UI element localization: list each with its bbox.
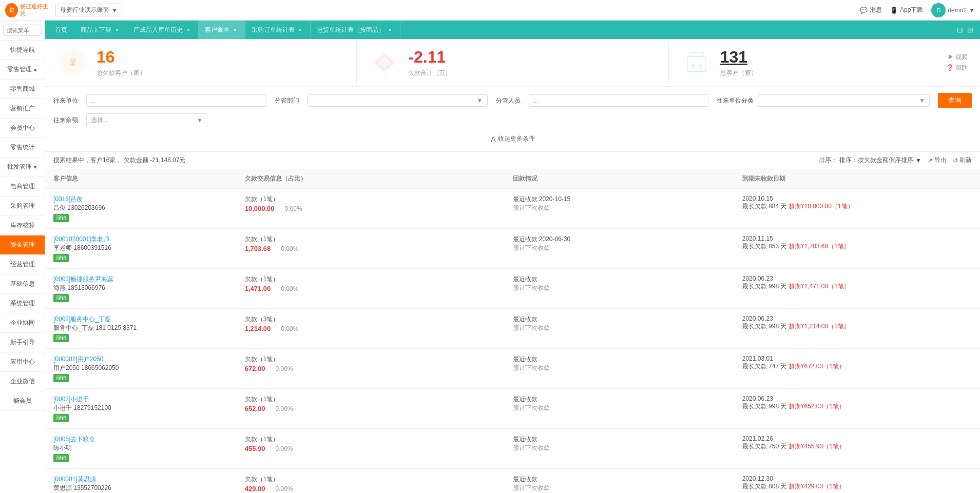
tab-purchase-order[interactable]: 采购订单统计表 ×: [245, 21, 311, 39]
due-days-2: 最长欠款 998 天: [742, 283, 787, 290]
tabs-maximize[interactable]: ⊞: [967, 26, 973, 34]
user-menu[interactable]: D demo2 ▼: [931, 3, 975, 17]
debt-count-6: 欠款（1笔）: [245, 435, 513, 444]
due-days-0: 最长欠款 884 天: [742, 203, 787, 210]
tab-close-customer-account[interactable]: ×: [232, 26, 239, 33]
due-overdue-link-6[interactable]: 超期¥455.90（1笔）: [789, 443, 845, 450]
tab-product-history[interactable]: 产成品入库单历史 ×: [127, 21, 199, 39]
tab-close-purchase-order[interactable]: ×: [297, 26, 304, 33]
debt-amount-7[interactable]: 429.00: [245, 485, 265, 492]
customer-code-link-1[interactable]: [0001020001]李老师: [53, 235, 109, 243]
filter-row-1: 往来单位 ... 分管部门 ▼: [53, 93, 972, 108]
video-btn[interactable]: ▶ 视频: [948, 53, 968, 62]
export-icon: ↗: [928, 157, 933, 164]
tab-inbound-stat[interactable]: 进货单统计表（按商品） ×: [311, 21, 400, 39]
sidebar-item-basic-info[interactable]: 基础信息: [0, 274, 45, 294]
tab-close-inbound-stat[interactable]: ×: [387, 26, 394, 33]
recovery-date-7: 最近收款: [513, 475, 742, 484]
customer-name-3: 服务中心_丁磊 181 0125 8371: [53, 324, 245, 332]
help-btn[interactable]: ❓ 帮助: [946, 64, 968, 72]
money-icon: ¥: [57, 47, 88, 78]
debt-info-6: 欠款（1笔） 455.90 0.00%: [245, 435, 513, 453]
sidebar-item-operations[interactable]: 经营管理: [0, 255, 45, 274]
sidebar-item-retail-stat[interactable]: 零售统计: [0, 138, 45, 157]
sidebar-item-vip[interactable]: 畅会员: [0, 391, 45, 411]
due-days-7: 最长欠款 808 天: [742, 483, 787, 490]
debt-amount-4[interactable]: 672.00: [245, 365, 265, 372]
sidebar-item-inventory[interactable]: 库存核算: [0, 216, 45, 235]
sidebar-item-quick-nav[interactable]: 快捷导航: [0, 41, 45, 60]
industry-selector[interactable]: 母婴行业演示账套 ▼: [55, 4, 122, 16]
customer-name-7: 黄思源 13552700226: [53, 484, 245, 492]
debt-count-1: 欠款（1笔）: [245, 235, 513, 244]
recovery-next-5: 预计下次收款: [513, 404, 742, 412]
debt-amount-5[interactable]: 652.00: [245, 405, 265, 412]
unit-category-select[interactable]: ▼: [758, 94, 930, 107]
debt-amount-6[interactable]: 455.90: [245, 445, 265, 452]
dept-select[interactable]: ▼: [308, 94, 488, 107]
customer-code-link-3[interactable]: [0002]服务中心_丁磊: [53, 315, 111, 323]
tabs-minimize[interactable]: ⊟: [957, 26, 963, 34]
svg-text:¥: ¥: [70, 56, 76, 69]
due-overdue-link-3[interactable]: 超期¥1,214.00（3笔）: [789, 323, 850, 330]
due-overdue-link-1[interactable]: 超期¥1,703.68（1笔）: [789, 243, 850, 250]
tab-close-product-history[interactable]: ×: [185, 26, 192, 33]
sidebar-item-marketing[interactable]: 营销推广: [0, 99, 45, 119]
due-date-7: 2020.12.30: [742, 475, 972, 482]
customer-code-link-4[interactable]: [000002]用户2050: [53, 356, 103, 363]
debt-amount-0[interactable]: 10,000.00: [245, 205, 275, 212]
app-download-btn[interactable]: 📱 App下载: [890, 6, 923, 14]
due-overdue-link-2[interactable]: 超期¥1,471.00（1笔）: [789, 283, 850, 290]
tab-customer-account[interactable]: 客户账本 ×: [199, 21, 245, 39]
sidebar-item-purchase[interactable]: 采购管理: [0, 196, 45, 216]
customer-code-link-7[interactable]: [000001]黄思源: [53, 476, 96, 483]
sidebar-item-system[interactable]: 系统管理: [0, 294, 45, 313]
recovery-6: 最近收款 预计下次收款: [513, 435, 742, 452]
debt-info-7: 欠款（1笔） 429.00 0.00%: [245, 475, 513, 493]
tab-close-product-off[interactable]: ×: [113, 26, 121, 33]
refresh-btn[interactable]: ↺ 刷新: [953, 156, 972, 165]
sidebar-item-member[interactable]: 会员中心: [0, 119, 45, 138]
due-overdue-link-0[interactable]: 超期¥10,000.00（1笔）: [789, 203, 854, 210]
manager-input[interactable]: ...: [529, 94, 709, 107]
sidebar-item-retail-mgmt[interactable]: 零售管理 ▲: [0, 60, 45, 80]
from-unit-input[interactable]: ...: [86, 94, 266, 107]
debt-amount-2[interactable]: 1,471.00: [245, 285, 271, 292]
due-overdue-link-4[interactable]: 超期¥672.00（1笔）: [789, 363, 845, 370]
sidebar-item-newbie[interactable]: 新手引导: [0, 333, 45, 352]
debt-amount-3[interactable]: 1,214.00: [245, 325, 271, 332]
sidebar-item-retail-mall[interactable]: 零售商城: [0, 80, 45, 99]
sidebar-item-enterprise[interactable]: 企业协同: [0, 313, 45, 333]
customer-code-link-5[interactable]: [0007]小进千: [53, 396, 89, 403]
sort-selector[interactable]: 排序： 排序：按欠款金额倒序排序 ▼: [819, 156, 921, 165]
customer-code-link-0[interactable]: [0016]吕俊: [53, 195, 83, 203]
sidebar-item-apps[interactable]: 应用中心: [0, 352, 45, 372]
customer-code-link-2[interactable]: [0003]畅捷服务尹海蕊: [53, 275, 113, 283]
tab-home[interactable]: 首页: [48, 26, 74, 34]
debt-amount-1[interactable]: 1,703.68: [245, 245, 271, 252]
customer-info-2: [0003]畅捷服务尹海蕊 海燕 18513066976 现销: [53, 275, 245, 302]
customer-info-7: [000001]黄思源 黄思源 13552700226 现销: [53, 475, 245, 493]
due-overdue-link-7[interactable]: 超期¥429.00（1笔）: [789, 483, 845, 490]
customer-info-0: [0016]吕俊 吕俊 13026203696 现销: [53, 195, 245, 222]
table-row: [0006]去下粮仓 陈小明 现销 欠款（1笔） 455.90 0.00%: [45, 429, 980, 469]
sidebar-item-ecommerce[interactable]: 电商管理: [0, 177, 45, 196]
collapse-btn[interactable]: ⋀ 收起更多条件: [491, 134, 535, 143]
debt-percent-7: 0.00%: [275, 485, 293, 492]
sidebar-item-batch-mgmt[interactable]: 批发管理 ▼: [0, 157, 45, 177]
owed-total-label: 欠款合计（万）: [408, 69, 451, 77]
recovery-3: 最近收款 预计下次收款: [513, 315, 742, 332]
customer-code-link-6[interactable]: [0006]去下粮仓: [53, 436, 95, 443]
query-button[interactable]: 查询: [938, 93, 972, 108]
due-overdue-link-5[interactable]: 超期¥652.00（1笔）: [789, 403, 845, 410]
export-btn[interactable]: ↗ 导出: [928, 156, 947, 165]
balance-select[interactable]: 选择... ▼: [86, 113, 207, 127]
recovery-date-3: 最近收款: [513, 315, 742, 324]
tab-product-off[interactable]: 商品上下架 ×: [74, 21, 127, 39]
search-input[interactable]: [3, 25, 42, 36]
message-btn[interactable]: 💬 消息: [860, 6, 882, 14]
sidebar-item-wx-work[interactable]: 企业微信: [0, 372, 45, 391]
table-row: [000002]用户2050 用户2050 18665062050 现销 欠款（…: [45, 349, 980, 389]
sidebar-item-finance[interactable]: 资金管理: [0, 235, 45, 255]
results-actions: 排序： 排序：按欠款金额倒序排序 ▼ ↗ 导出 ↺ 刷新: [819, 156, 972, 165]
